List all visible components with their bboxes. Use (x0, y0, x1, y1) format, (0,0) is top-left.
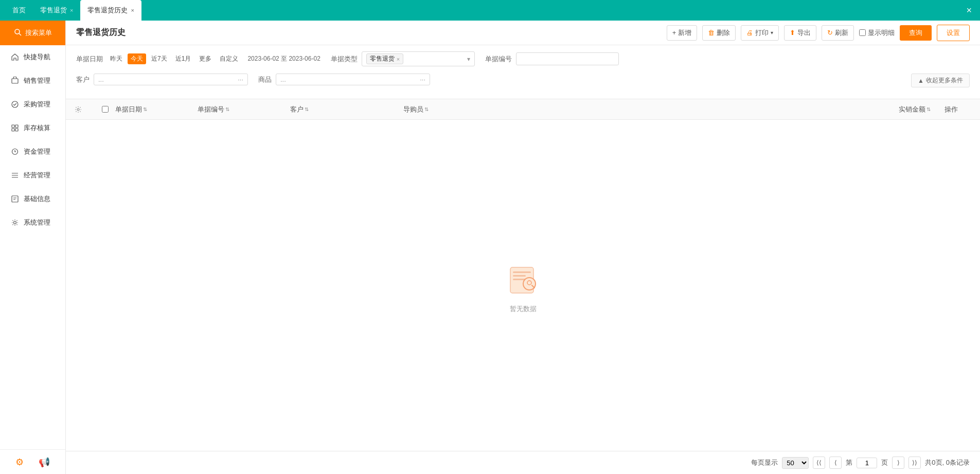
tab-retail-return-history[interactable]: 零售退货历史 × (80, 0, 141, 21)
home-icon (10, 52, 20, 62)
delete-button[interactable]: 🗑 删除 (702, 25, 736, 41)
export-button[interactable]: ⬆ 导出 (784, 25, 816, 41)
customer-select[interactable]: ... ··· (94, 74, 248, 85)
page-prev-btn[interactable]: ⟨ (829, 457, 842, 469)
filter-row-1: 单据日期 昨天 今天 近7天 近1月 更多 自定义 2023-06-02 至 2… (76, 51, 970, 66)
pagination: 每页显示 50 10 20 100 ⟨⟨ ⟨ 第 页 ⟩ ⟩⟩ 共0页, 0条记… (66, 451, 980, 474)
date-btn-yesterday[interactable]: 昨天 (107, 53, 126, 64)
window-close-icon[interactable]: × (966, 5, 972, 16)
bill-no-input[interactable] (516, 52, 619, 65)
col-action-header: 操作 (931, 105, 972, 114)
sidebar-item-operation[interactable]: 经营管理 (0, 163, 65, 187)
export-icon: ⬆ (790, 29, 795, 37)
bill-type-tag-item: 零售退货 × (366, 53, 403, 64)
page-input[interactable] (857, 458, 877, 468)
goods-select[interactable]: ... ··· (276, 74, 430, 85)
col-guide-sort[interactable]: 导购员 ⇅ (403, 105, 429, 114)
finance-icon (10, 147, 20, 156)
col-bill-sort[interactable]: 单据编号 ⇅ (198, 105, 229, 114)
system-icon (10, 218, 20, 227)
page-prefix: 第 (846, 458, 852, 467)
date-btn-7days[interactable]: 近7天 (148, 53, 170, 64)
col-date-sort[interactable]: 单据日期 ⇅ (115, 105, 147, 114)
header-actions: + 新增 🗑 删除 🖨 打印 ▾ ⬆ 导出 ↻ 刷新 (667, 25, 970, 41)
query-button[interactable]: 查询 (900, 25, 932, 41)
date-btn-1month[interactable]: 近1月 (172, 53, 194, 64)
page-title: 零售退货历史 (76, 27, 126, 38)
sidebar-item-inventory[interactable]: 库存核算 (0, 116, 65, 140)
bill-no-label: 单据编号 (485, 54, 512, 64)
print-icon: 🖨 (746, 29, 753, 37)
main-layout: 搜索菜单 快捷导航 销售管理 采购管理 库存核算 (0, 21, 980, 474)
bill-type-filter: 单据类型 零售退货 × ▾ (331, 51, 475, 66)
svg-rect-10 (12, 196, 18, 202)
goods-ellipsis-icon: ··· (420, 76, 425, 83)
col-amount-header: 实销金额 ⇅ (869, 105, 931, 114)
svg-rect-14 (513, 271, 531, 273)
sidebar-item-purchase[interactable]: 采购管理 (0, 93, 65, 116)
tab-home[interactable]: 首页 (5, 0, 33, 21)
collapse-button[interactable]: ▲ 收起更多条件 (911, 74, 970, 87)
date-filter-label: 单据日期 (76, 54, 103, 64)
show-detail-checkbox[interactable] (859, 29, 866, 36)
collapse-label: 收起更多条件 (926, 76, 963, 85)
print-button[interactable]: 🖨 打印 ▾ (741, 25, 779, 41)
sidebar-item-base-info[interactable]: 基础信息 (0, 187, 65, 211)
bill-type-tag-close[interactable]: × (397, 56, 400, 62)
sidebar-item-sales[interactable]: 销售管理 (0, 69, 65, 93)
col-customer-sort[interactable]: 客户 ⇅ (290, 105, 309, 114)
page-next-btn[interactable]: ⟩ (892, 457, 904, 469)
page-first-btn[interactable]: ⟨⟨ (813, 457, 825, 469)
date-btn-today[interactable]: 今天 (128, 53, 146, 64)
table-header: 单据日期 ⇅ 单据编号 ⇅ 客户 ⇅ (66, 99, 980, 120)
tab-retail-return[interactable]: 零售退货 × (33, 0, 80, 21)
check-all-checkbox[interactable] (102, 106, 109, 113)
customer-placeholder: ... (98, 76, 104, 83)
sidebar-item-system[interactable]: 系统管理 (0, 211, 65, 234)
col-amount-sort[interactable]: 实销金额 ⇅ (899, 105, 931, 114)
collapse-icon: ▲ (918, 77, 924, 84)
content-area: 零售退货历史 + 新增 🗑 删除 🖨 打印 ▾ ⬆ 导出 (66, 21, 980, 474)
bill-no-filter: 单据编号 (485, 52, 619, 65)
sidebar-item-inventory-label: 库存核算 (24, 123, 50, 133)
sidebar-item-quick-nav[interactable]: 快捷导航 (0, 45, 65, 69)
empty-text: 暂无数据 (510, 304, 537, 314)
sidebar: 搜索菜单 快捷导航 销售管理 采购管理 库存核算 (0, 21, 66, 474)
refresh-button[interactable]: ↻ 刷新 (822, 25, 854, 41)
filter-row-2: 客户 ... ··· 商品 ... ··· ▲ (76, 71, 970, 87)
audio-icon[interactable]: 📢 (39, 457, 50, 468)
bill-type-dropdown-icon: ▾ (467, 56, 470, 63)
refresh-icon: ↻ (827, 29, 833, 37)
col-gear[interactable] (74, 105, 95, 114)
column-settings-icon (74, 105, 82, 114)
tab-retail-return-history-close[interactable]: × (131, 7, 134, 13)
sidebar-search[interactable]: 搜索菜单 (0, 21, 65, 45)
date-btn-custom[interactable]: 自定义 (217, 53, 241, 64)
tab-retail-return-close[interactable]: × (70, 7, 73, 13)
col-date-sort-icon: ⇅ (143, 106, 147, 112)
show-detail-checkbox-label[interactable]: 显示明细 (859, 28, 895, 38)
setting-button[interactable]: 设置 (937, 25, 970, 41)
svg-line-1 (19, 33, 21, 35)
bill-type-select[interactable]: 零售退货 × ▾ (362, 51, 475, 66)
col-check-all[interactable] (95, 106, 115, 113)
page-last-btn[interactable]: ⟩⟩ (908, 457, 921, 469)
svg-rect-2 (12, 79, 18, 83)
add-button[interactable]: + 新增 (667, 25, 697, 41)
page-header: 零售退货历史 + 新增 🗑 删除 🖨 打印 ▾ ⬆ 导出 (66, 21, 980, 45)
page-size-select[interactable]: 50 10 20 100 (782, 457, 809, 469)
sales-icon (10, 76, 20, 85)
sidebar-item-finance[interactable]: 资金管理 (0, 140, 65, 163)
empty-state-icon (503, 257, 544, 298)
col-bill-sort-icon: ⇅ (225, 106, 229, 112)
page-suffix: 页 (881, 458, 888, 467)
bill-type-tag: 零售退货 × (366, 53, 403, 64)
table-area: 单据日期 ⇅ 单据编号 ⇅ 客户 ⇅ (66, 99, 980, 451)
col-amount-sort-icon: ⇅ (926, 106, 931, 112)
date-btn-more[interactable]: 更多 (196, 53, 215, 64)
svg-rect-4 (12, 125, 14, 127)
bill-type-label: 单据类型 (331, 54, 358, 64)
inventory-icon (10, 123, 20, 133)
top-bar-right: × (966, 5, 980, 16)
settings-gear-icon[interactable]: ⚙ (15, 457, 24, 468)
